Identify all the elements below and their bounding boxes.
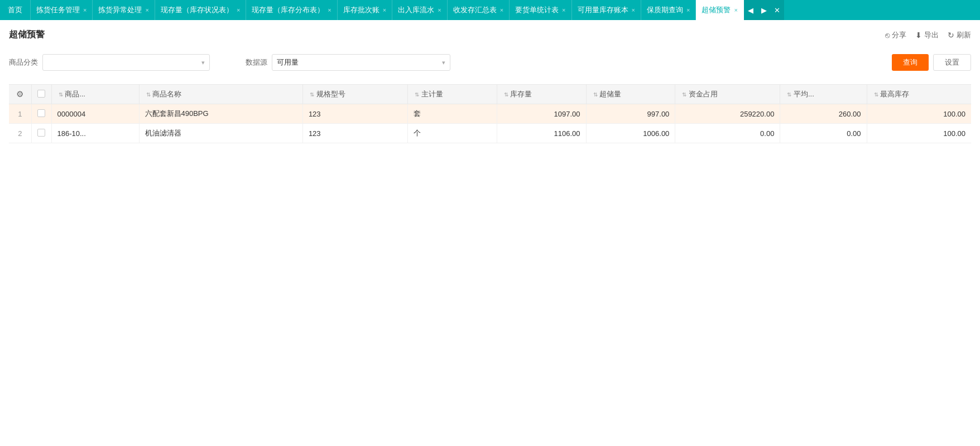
- close-tab-1-icon[interactable]: ×: [83, 7, 87, 13]
- gear-icon[interactable]: ⚙: [16, 89, 23, 99]
- tab-4[interactable]: 现存量（库存分布表） ×: [246, 0, 337, 20]
- filter-row: 商品分类 ▾ 数据源 可用量 ▾ 查询 设置: [9, 50, 971, 75]
- header-actions: ⎋ 分享 ⬇ 导出 ↻ 刷新: [885, 30, 971, 40]
- close-tab-4-icon[interactable]: ×: [328, 7, 331, 13]
- row-checkbox-cell: [31, 104, 51, 124]
- product-category-filter: 商品分类 ▾: [9, 54, 210, 71]
- export-icon: ⬇: [915, 31, 922, 40]
- row-stock: 1106.00: [497, 124, 586, 143]
- close-tab-7-icon[interactable]: ×: [500, 7, 503, 13]
- row-avg: 260.00: [780, 104, 867, 124]
- nav-prev-arrow[interactable]: ◀: [744, 0, 757, 20]
- th-spec[interactable]: ⇅ 规格型号: [302, 85, 407, 104]
- close-tab-3-icon[interactable]: ×: [237, 7, 240, 13]
- tab-5[interactable]: 库存批次账 ×: [338, 0, 392, 20]
- settings-button[interactable]: 设置: [933, 54, 971, 71]
- close-tab-5-icon[interactable]: ×: [383, 7, 386, 13]
- th-product-name[interactable]: ⇅ 商品名称: [139, 85, 302, 104]
- th-avg[interactable]: ⇅ 平均...: [780, 85, 867, 104]
- tab-2[interactable]: 拣货异常处理 ×: [93, 0, 155, 20]
- table-row: 1 0000004 六配套新昌490BPG 123 套 1097.00 997.…: [9, 104, 971, 124]
- sort-icon: ⇅: [593, 91, 598, 98]
- row-spec: 123: [302, 124, 407, 143]
- data-table: ⚙ ⇅ 商品... ⇅ 商品名称 ⇅ 规格型号 ⇅: [9, 84, 971, 143]
- tab-1[interactable]: 拣货任务管理 ×: [31, 0, 93, 20]
- tab-9[interactable]: 可用量库存账本 ×: [572, 0, 641, 20]
- th-max-stock[interactable]: ⇅ 最高库存: [867, 85, 971, 104]
- row-unit: 套: [407, 104, 497, 124]
- close-tab-2-icon[interactable]: ×: [145, 7, 148, 13]
- row-overstock: 1006.00: [586, 124, 675, 143]
- close-tab-10-icon[interactable]: ×: [686, 7, 690, 13]
- tab-6[interactable]: 出入库流水 ×: [392, 0, 447, 20]
- tab-7[interactable]: 收发存汇总表 ×: [448, 0, 510, 20]
- share-icon: ⎋: [885, 31, 890, 40]
- sort-icon: ⇅: [874, 91, 878, 98]
- data-source-arrow-icon: ▾: [442, 59, 445, 66]
- table-row: 2 186-10... 机油滤清器 123 个 1106.00 1006.00 …: [9, 124, 971, 143]
- th-checkbox: [31, 85, 51, 104]
- row-avg: 0.00: [780, 124, 867, 143]
- sort-icon: ⇅: [146, 91, 151, 98]
- row-checkbox[interactable]: [37, 129, 45, 137]
- row-product-name: 六配套新昌490BPG: [139, 104, 302, 124]
- row-max-stock: 100.00: [867, 124, 971, 143]
- close-tab-8-icon[interactable]: ×: [562, 7, 565, 13]
- product-category-arrow-icon: ▾: [201, 59, 205, 66]
- main-content: 超储预警 ⎋ 分享 ⬇ 导出 ↻ 刷新 商品分类 ▾ 数据源: [0, 20, 980, 446]
- row-product-code: 0000004: [51, 104, 139, 124]
- sort-icon: ⇅: [504, 91, 508, 98]
- th-product-code[interactable]: ⇅ 商品...: [51, 85, 139, 104]
- tab-3[interactable]: 现存量（库存状况表） ×: [155, 0, 246, 20]
- header-checkbox[interactable]: [37, 90, 45, 98]
- th-gear: ⚙: [9, 85, 31, 104]
- row-index: 2: [9, 124, 31, 143]
- share-button[interactable]: ⎋ 分享: [885, 30, 906, 40]
- page-header: 超储预警 ⎋ 分享 ⬇ 导出 ↻ 刷新: [9, 29, 971, 41]
- data-source-label: 数据源: [246, 57, 267, 67]
- th-stock[interactable]: ⇅ 库存量: [497, 85, 586, 104]
- table-body: 1 0000004 六配套新昌490BPG 123 套 1097.00 997.…: [9, 104, 971, 143]
- nav-close-arrow[interactable]: ✕: [771, 0, 784, 20]
- tab-8[interactable]: 要货单统计表 ×: [510, 0, 571, 20]
- row-product-code: 186-10...: [51, 124, 139, 143]
- row-capital: 259220.00: [675, 104, 780, 124]
- row-checkbox[interactable]: [37, 109, 45, 117]
- export-button[interactable]: ⬇ 导出: [915, 30, 939, 40]
- table-header-row: ⚙ ⇅ 商品... ⇅ 商品名称 ⇅ 规格型号 ⇅: [9, 85, 971, 104]
- row-capital: 0.00: [675, 124, 780, 143]
- data-source-filter: 数据源 可用量 ▾: [246, 54, 450, 71]
- row-spec: 123: [302, 104, 407, 124]
- nav-next-arrow[interactable]: ▶: [757, 0, 771, 20]
- row-product-name: 机油滤清器: [139, 124, 302, 143]
- row-stock: 1097.00: [497, 104, 586, 124]
- refresh-icon: ↻: [948, 31, 954, 40]
- sort-icon: ⇅: [682, 91, 686, 98]
- product-category-select[interactable]: ▾: [42, 54, 210, 71]
- sort-icon: ⇅: [415, 91, 419, 98]
- th-unit[interactable]: ⇅ 主计量: [407, 85, 497, 104]
- row-unit: 个: [407, 124, 497, 143]
- nav-home[interactable]: 首页: [0, 0, 31, 20]
- row-index: 1: [9, 104, 31, 124]
- row-overstock: 997.00: [586, 104, 675, 124]
- query-button[interactable]: 查询: [892, 54, 929, 71]
- sort-icon: ⇅: [310, 91, 314, 98]
- page-title: 超储预警: [9, 29, 45, 41]
- th-capital[interactable]: ⇅ 资金占用: [675, 85, 780, 104]
- close-tab-11-icon[interactable]: ×: [734, 7, 737, 13]
- product-category-label: 商品分类: [9, 57, 38, 67]
- close-tab-9-icon[interactable]: ×: [632, 7, 635, 13]
- filter-actions: 查询 设置: [892, 54, 971, 71]
- sort-icon: ⇅: [59, 91, 63, 98]
- tab-11[interactable]: 超储预警 ×: [696, 0, 743, 20]
- tab-10[interactable]: 保质期查询 ×: [641, 0, 696, 20]
- refresh-button[interactable]: ↻ 刷新: [948, 30, 971, 40]
- row-checkbox-cell: [31, 124, 51, 143]
- th-overstock[interactable]: ⇅ 超储量: [586, 85, 675, 104]
- close-tab-6-icon[interactable]: ×: [438, 7, 441, 13]
- row-max-stock: 100.00: [867, 104, 971, 124]
- sort-icon: ⇅: [787, 91, 791, 98]
- data-source-select[interactable]: 可用量 ▾: [272, 54, 450, 71]
- top-nav: 首页 拣货任务管理 × 拣货异常处理 × 现存量（库存状况表） × 现存量（库存…: [0, 0, 980, 20]
